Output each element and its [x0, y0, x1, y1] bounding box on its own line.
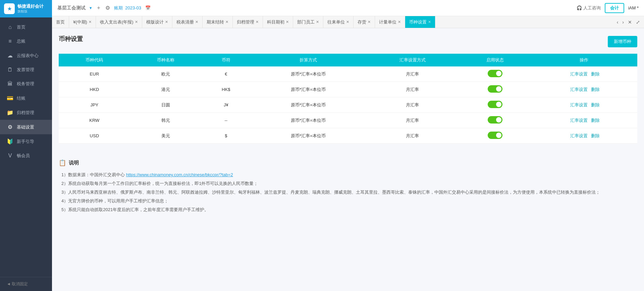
tab-archive[interactable]: 归档管理 ✕	[233, 16, 263, 28]
tab-clients[interactable]: 往来单位 ✕	[323, 16, 354, 28]
cell-symbol: J¥	[201, 97, 251, 113]
col-symbol: 币符	[201, 54, 251, 66]
sidebar-item-label: 结账	[17, 95, 25, 101]
enabled-toggle[interactable]	[488, 116, 502, 124]
guide-icon: 🔰	[7, 138, 13, 145]
delete-link[interactable]: 删除	[591, 87, 600, 92]
sidebar-item-label: 新手引导	[17, 139, 34, 145]
tab-subjects[interactable]: 科目期初 ✕	[263, 16, 293, 28]
tab-close-icon[interactable]: ✕	[428, 20, 431, 24]
tab-income[interactable]: 收入支出表(年报) ✕	[96, 16, 142, 28]
tab-expand-button[interactable]: ⤢	[635, 19, 641, 26]
rate-setting-link[interactable]: 汇率设置	[570, 118, 588, 123]
archive-icon: 📁	[7, 109, 13, 116]
tab-dept[interactable]: 部门员工 ✕	[293, 16, 323, 28]
delete-link[interactable]: 删除	[591, 118, 600, 123]
rate-setting-link[interactable]: 汇率设置	[570, 71, 588, 77]
cell-name: 欧元	[130, 66, 202, 82]
settings-icon: ⚙	[7, 124, 13, 130]
tab-close-icon[interactable]: ✕	[286, 20, 289, 24]
sidebar-item-reports[interactable]: ☁ 云报表中心	[0, 48, 52, 63]
company-name: 基层工会测试	[57, 5, 86, 11]
rate-setting-link[interactable]: 汇率设置	[570, 87, 588, 92]
tab-close-icon[interactable]: ✕	[89, 20, 92, 24]
tab-home[interactable]: 首页	[52, 16, 69, 28]
tab-template[interactable]: 模版设计 ✕	[142, 16, 172, 28]
sidebar-item-invoice[interactable]: 🗒 发票管理	[0, 63, 52, 77]
page-header: 币种设置 新增币种	[59, 35, 637, 48]
table-row: USD 美元 $ 原币*汇率=本位币 月汇率 汇率设置 删除	[59, 128, 637, 144]
new-currency-button[interactable]: 新增币种	[608, 36, 637, 47]
tab-close-all-button[interactable]: ✕	[627, 19, 633, 26]
delete-link[interactable]: 删除	[591, 133, 600, 138]
company-dropdown-icon[interactable]: ▾	[90, 5, 92, 10]
tab-label: 币种设置	[409, 19, 427, 25]
invoice-icon: 🗒	[7, 67, 13, 73]
help-button[interactable]: 🎧 人工咨询	[577, 5, 601, 11]
page-content: 币种设置 新增币种 币种代码 币种名称 币符 折算方式 汇率设置方式 启用状态 …	[52, 28, 644, 291]
cell-name: 港元	[130, 82, 202, 97]
delete-link[interactable]: 删除	[591, 102, 600, 107]
tab-inventory[interactable]: 存货 ✕	[354, 16, 375, 28]
tab-label: 模版设计	[146, 19, 164, 25]
topbar-right: 🎧 人工咨询 会计 iAM *	[577, 3, 639, 13]
sidebar-item-tax[interactable]: 🏛 税务管理	[0, 77, 52, 91]
cell-code: EUR	[59, 66, 130, 82]
sidebar-item-label: 归档管理	[17, 110, 34, 116]
tab-period-end[interactable]: 期末结转 ✕	[203, 16, 233, 28]
sidebar-item-home[interactable]: ⌂ 首页	[0, 20, 52, 34]
sidebar-item-settings[interactable]: ⚙ 基础设置	[0, 120, 52, 134]
tab-label: 期末结转	[207, 19, 224, 25]
sidebar-item-ledger[interactable]: ≡ 总账	[0, 34, 52, 48]
tab-close-icon[interactable]: ✕	[346, 20, 349, 24]
enabled-toggle[interactable]	[488, 70, 502, 77]
delete-link[interactable]: 删除	[591, 71, 600, 77]
table-row: JPY 日圆 J¥ 原币*汇率=本位币 月汇率 汇率设置 删除	[59, 97, 637, 113]
enabled-toggle[interactable]	[488, 101, 502, 108]
notes-item-1: 1）数据来源：中国外汇交易中心 https://www.chinamoney.c…	[61, 171, 637, 179]
add-tab-button[interactable]: ＋	[96, 4, 101, 11]
tab-close-icon[interactable]: ✕	[316, 20, 319, 24]
tab-close-icon[interactable]: ✕	[398, 20, 401, 24]
tab-close-icon[interactable]: ✕	[225, 20, 228, 24]
cell-rate: 月汇率	[366, 97, 460, 113]
accountant-button[interactable]: 会计	[605, 3, 624, 13]
tab-close-icon[interactable]: ✕	[368, 20, 371, 24]
sidebar-item-vip[interactable]: V 畅会员	[0, 149, 52, 163]
enabled-toggle[interactable]	[488, 85, 502, 93]
calendar-icon[interactable]: 📅	[145, 5, 151, 10]
sidebar-item-archive[interactable]: 📁 归档管理	[0, 105, 52, 120]
tab-periods[interactable]: ¥(中期) ✕	[69, 16, 96, 28]
enabled-toggle[interactable]	[488, 132, 502, 139]
sidebar-item-label: 云报表中心	[17, 53, 39, 59]
tab-currency[interactable]: 币种设置 ✕	[405, 16, 435, 28]
cell-actions: 汇率设置 删除	[531, 82, 637, 97]
tab-close-icon[interactable]: ✕	[135, 20, 138, 24]
col-calc: 折算方式	[251, 54, 366, 66]
rate-setting-link[interactable]: 汇率设置	[570, 133, 588, 138]
settings-gear-icon[interactable]: ⚙	[105, 5, 110, 11]
tab-units[interactable]: 计量单位 ✕	[375, 16, 405, 28]
tab-scroll-right-button[interactable]: ›	[621, 19, 625, 26]
main-area: 基层工会测试 ▾ ＋ ⚙ 账期 2023-03 📅 🎧 人工咨询 会计 iAM …	[52, 0, 644, 291]
tab-close-icon[interactable]: ✕	[195, 20, 198, 24]
chinamoney-link[interactable]: https://www.chinamoney.com.cn/chinese/bk…	[126, 172, 233, 177]
sidebar-item-settlement[interactable]: 💳 结账	[0, 91, 52, 105]
notes-item-2: 2）系统自动获取每月第一个工作日的汇率标价，统一为直接标价法，即1外币可以兑换的…	[61, 179, 637, 188]
tab-label: 计量单位	[379, 19, 396, 25]
tabbar: 首页 ¥(中期) ✕ 收入支出表(年报) ✕ 模版设计 ✕ 税表清册 ✕ 期末结…	[52, 16, 644, 28]
tab-label: 往来单位	[327, 19, 345, 25]
tab-scroll-left-button[interactable]: ‹	[615, 19, 620, 26]
tab-label: 部门员工	[297, 19, 315, 25]
notes-item-3: 3）人民币对马来西亚林吉特、俄罗斯卢布、南非兰特、韩元、阿联酋迪拉姆、沙特里亚尔…	[61, 188, 637, 197]
tab-close-icon[interactable]: ✕	[165, 20, 168, 24]
tab-close-icon[interactable]: ✕	[256, 20, 259, 24]
tabbar-controls: ‹ › ✕ ⤢	[613, 19, 644, 26]
notes-header: 📋 说明	[59, 159, 637, 166]
sidebar-collapse-button[interactable]: ◄ 取消固定	[0, 277, 52, 291]
col-status: 启用状态	[459, 54, 531, 66]
rate-setting-link[interactable]: 汇率设置	[570, 102, 588, 107]
tab-tax[interactable]: 税表清册 ✕	[172, 16, 203, 28]
sidebar-item-guide[interactable]: 🔰 新手引导	[0, 134, 52, 149]
cell-actions: 汇率设置 删除	[531, 66, 637, 82]
